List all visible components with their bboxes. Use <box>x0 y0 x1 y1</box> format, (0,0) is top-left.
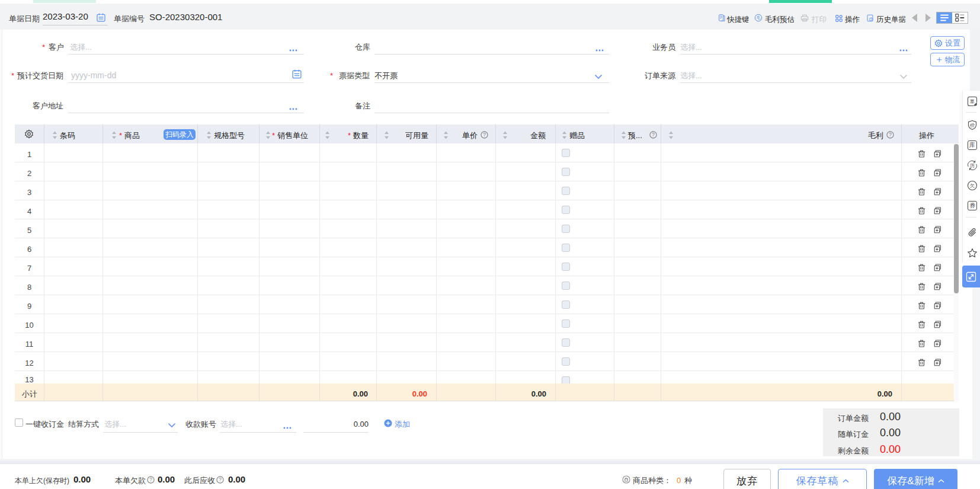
svg-text:历: 历 <box>970 163 975 168</box>
svg-text:?: ? <box>149 477 152 482</box>
svg-text:?: ? <box>652 132 655 138</box>
svg-text:?: ? <box>889 132 892 138</box>
svg-text:欠: 欠 <box>970 183 975 188</box>
svg-text:毛: 毛 <box>757 15 761 20</box>
svg-text:?: ? <box>483 132 486 138</box>
svg-text:?: ? <box>219 477 222 482</box>
svg-text:草: 草 <box>970 99 975 104</box>
svg-text:价: 价 <box>969 123 975 128</box>
